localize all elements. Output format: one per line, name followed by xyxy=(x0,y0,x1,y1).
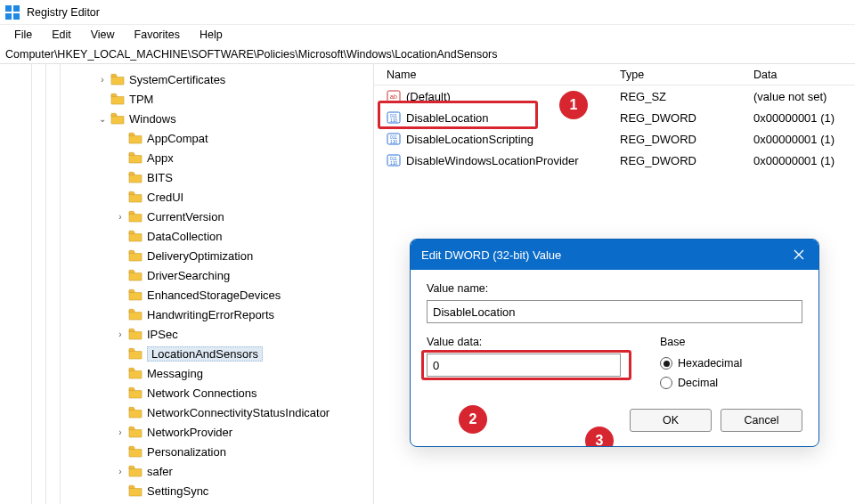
tree-item-label: Windows xyxy=(129,112,176,126)
folder-icon xyxy=(128,347,142,360)
list-rows: ab(Default)REG_SZ(value not set)011110Di… xyxy=(374,85,855,171)
radio-hex[interactable]: Hexadecimal xyxy=(660,354,802,373)
edit-dword-dialog: Edit DWORD (32-bit) Value Value name: Va… xyxy=(410,239,819,447)
value-data-label: Value data: xyxy=(427,336,639,348)
registry-tree[interactable]: ›SystemCertificatesTPM⌄WindowsAppCompatA… xyxy=(0,69,373,500)
tree-item-windows[interactable]: ⌄Windows xyxy=(0,109,373,128)
folder-icon xyxy=(128,308,142,321)
value-name-field[interactable] xyxy=(427,300,802,323)
tree-item-currentversion[interactable]: ›CurrentVersion xyxy=(0,207,373,226)
tree-item-bits[interactable]: BITS xyxy=(0,167,373,187)
tree-item-safer[interactable]: ›safer xyxy=(0,461,373,481)
value-type: REG_DWORD xyxy=(615,133,748,146)
tree-item-systemcertificates[interactable]: ›SystemCertificates xyxy=(0,69,373,89)
folder-icon xyxy=(128,386,142,399)
tree-item-label: DriverSearching xyxy=(147,269,230,282)
value-name: DisableLocationScripting xyxy=(406,133,533,146)
tree-item-label: NetworkProvider xyxy=(147,426,232,439)
folder-icon xyxy=(128,191,142,203)
value-row[interactable]: 011110DisableLocationScriptingREG_DWORD0… xyxy=(374,128,855,150)
folder-icon xyxy=(128,171,142,183)
ok-button[interactable]: OK xyxy=(630,409,712,432)
regedit-icon xyxy=(5,5,20,20)
tree-item-network-connections[interactable]: Network Connections xyxy=(0,383,373,402)
tree-item-label: CurrentVersion xyxy=(147,210,224,224)
chevron-right-icon[interactable]: › xyxy=(96,75,109,85)
tree-item-locationandsensors[interactable]: LocationAndSensors xyxy=(0,344,373,363)
tree-item-messaging[interactable]: Messaging xyxy=(0,363,373,383)
tree-item-personalization[interactable]: Personalization xyxy=(0,442,373,461)
chevron-right-icon[interactable]: › xyxy=(114,329,126,339)
folder-icon xyxy=(110,73,125,85)
value-data: 0x00000001 (1) xyxy=(748,154,855,167)
tree-item-tpm[interactable]: TPM xyxy=(0,89,373,109)
tree-item-datacollection[interactable]: DataCollection xyxy=(0,226,373,246)
tree-pane[interactable]: ›SystemCertificatesTPM⌄WindowsAppCompatA… xyxy=(0,64,374,504)
tree-item-credui[interactable]: CredUI xyxy=(0,187,373,207)
dialog-titlebar[interactable]: Edit DWORD (32-bit) Value xyxy=(411,240,818,270)
chevron-down-icon[interactable]: ⌄ xyxy=(96,114,109,124)
tree-item-label: Personalization xyxy=(147,445,226,459)
dword-value-icon: 011110 xyxy=(387,110,401,125)
value-row[interactable]: ab(Default)REG_SZ(value not set) xyxy=(374,85,855,107)
value-type: REG_DWORD xyxy=(615,111,748,125)
chevron-right-icon[interactable]: › xyxy=(114,427,126,437)
tree-item-settingsync[interactable]: SettingSync xyxy=(0,481,373,500)
menu-edit[interactable]: Edit xyxy=(43,27,80,43)
value-data-field[interactable] xyxy=(427,354,621,377)
value-type: REG_SZ xyxy=(615,90,748,103)
tree-item-label: NetworkConnectivityStatusIndicator xyxy=(147,406,330,419)
value-name-label: Value name: xyxy=(427,282,802,295)
tree-item-label: Appx xyxy=(147,151,174,165)
path-bar[interactable]: Computer\HKEY_LOCAL_MACHINE\SOFTWARE\Pol… xyxy=(0,45,855,64)
tree-item-label: Network Connections xyxy=(147,386,257,400)
value-name-cell: 011110DisableLocation xyxy=(381,110,615,125)
tree-item-label: IPSec xyxy=(147,328,178,341)
dword-value-icon: 011110 xyxy=(387,153,401,167)
tree-item-appcompat[interactable]: AppCompat xyxy=(0,128,373,148)
value-row[interactable]: 011110DisableLocationREG_DWORD0x00000001… xyxy=(374,107,855,128)
tree-item-networkconnectivitystatusindicator[interactable]: NetworkConnectivityStatusIndicator xyxy=(0,402,373,422)
value-type: REG_DWORD xyxy=(615,154,748,167)
base-label: Base xyxy=(660,336,802,348)
titlebar: Registry Editor xyxy=(0,0,855,25)
folder-icon xyxy=(128,328,142,340)
tree-item-label: AppCompat xyxy=(147,132,208,145)
col-data[interactable]: Data xyxy=(748,69,855,81)
value-row[interactable]: 011110DisableWindowsLocationProviderREG_… xyxy=(374,150,855,171)
menu-help[interactable]: Help xyxy=(191,27,232,43)
tree-item-ipsec[interactable]: ›IPSec xyxy=(0,324,373,344)
tree-item-label: LocationAndSensors xyxy=(147,346,263,362)
tree-item-label: Messaging xyxy=(147,367,203,380)
chevron-right-icon[interactable]: › xyxy=(114,212,126,222)
cancel-button[interactable]: Cancel xyxy=(721,409,802,432)
radio-dec[interactable]: Decimal xyxy=(660,373,802,393)
menubar: File Edit View Favorites Help xyxy=(0,25,855,45)
folder-icon xyxy=(128,445,142,458)
tree-item-deliveryoptimization[interactable]: DeliveryOptimization xyxy=(0,246,373,265)
tree-item-handwritingerrorreports[interactable]: HandwritingErrorReports xyxy=(0,305,373,324)
svg-rect-2 xyxy=(5,13,12,20)
tree-item-enhancedstoragedevices[interactable]: EnhancedStorageDevices xyxy=(0,285,373,305)
col-name[interactable]: Name xyxy=(381,69,615,81)
folder-icon xyxy=(128,151,142,164)
radio-hex-label: Hexadecimal xyxy=(678,357,742,370)
tree-item-appx[interactable]: Appx xyxy=(0,148,373,167)
tree-item-label: DeliveryOptimization xyxy=(147,249,253,263)
value-name-cell: ab(Default) xyxy=(381,89,615,103)
svg-rect-0 xyxy=(5,5,12,12)
value-name: DisableLocation xyxy=(406,111,489,125)
tree-item-label: BITS xyxy=(147,171,173,184)
col-type[interactable]: Type xyxy=(615,69,748,81)
menu-view[interactable]: View xyxy=(82,27,124,43)
tree-item-networkprovider[interactable]: ›NetworkProvider xyxy=(0,422,373,442)
string-value-icon: ab xyxy=(387,89,401,103)
close-icon[interactable] xyxy=(790,246,808,264)
svg-text:ab: ab xyxy=(390,93,397,100)
menu-favorites[interactable]: Favorites xyxy=(126,27,189,43)
tree-item-label: CredUI xyxy=(147,191,183,204)
folder-icon xyxy=(110,93,125,105)
chevron-right-icon[interactable]: › xyxy=(114,467,126,476)
menu-file[interactable]: File xyxy=(5,27,41,43)
tree-item-driversearching[interactable]: DriverSearching xyxy=(0,265,373,285)
